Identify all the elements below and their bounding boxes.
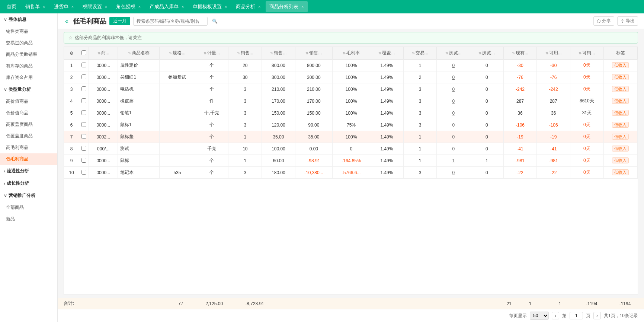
row-checkbox[interactable] bbox=[79, 71, 89, 83]
sidebar-item-stock-goods[interactable]: 有库存的商品 bbox=[0, 60, 57, 72]
nav-permissions[interactable]: 权限设置 × bbox=[79, 1, 111, 12]
search-icon[interactable]: 🔍 bbox=[212, 19, 218, 24]
nav-sales[interactable]: 销售单 × bbox=[22, 1, 49, 12]
sidebar-section-growth[interactable]: › 成长性分析 bbox=[0, 177, 57, 189]
close-icon[interactable]: × bbox=[225, 4, 227, 9]
search-input[interactable] bbox=[133, 17, 208, 26]
row-checkbox[interactable] bbox=[79, 60, 89, 71]
collapse-sidebar-button[interactable]: « bbox=[64, 18, 70, 25]
col-available[interactable]: ⇅可用... bbox=[537, 47, 570, 60]
table-row[interactable]: 7 0002... 鼠标垫 个 1 35.00 35.00 100% 1.49%… bbox=[64, 131, 638, 143]
col-coverage[interactable]: ⇅覆盖... bbox=[370, 47, 404, 60]
col-sellable-sort-icon[interactable]: ⇅ bbox=[579, 51, 581, 55]
col-coverage-sort-icon[interactable]: ⇅ bbox=[378, 51, 381, 55]
col-unit[interactable]: ⇅计量... bbox=[195, 47, 228, 60]
sidebar-item-stock-capital[interactable]: 库存资金占用 bbox=[0, 72, 57, 83]
col-name-sort-icon[interactable]: ⇅ bbox=[128, 51, 131, 55]
col-trade-sort-icon[interactable]: ⇅ bbox=[412, 51, 415, 55]
table-row[interactable]: 3 0000... 电话机 个 3 210.00 210.00 100% 1.4… bbox=[64, 83, 638, 95]
col-sales-price-sort-icon[interactable]: ⇅ bbox=[270, 51, 273, 55]
nav-analysis[interactable]: 商品分析 × bbox=[232, 1, 264, 12]
nav-products-in[interactable]: 产成品入库单 × bbox=[146, 1, 188, 12]
row-checkbox[interactable] bbox=[79, 107, 89, 119]
col-browse2-sort-icon[interactable]: ⇅ bbox=[478, 51, 481, 55]
col-code-sort-icon[interactable]: ⇅ bbox=[97, 51, 100, 55]
col-sales-price[interactable]: ⇅销售... bbox=[262, 47, 295, 60]
sidebar-section-marketing[interactable]: ∨ 营销推广分析 bbox=[0, 189, 57, 202]
sidebar-item-low-value[interactable]: 低价值商品 bbox=[0, 107, 57, 119]
col-settings[interactable]: ⚙ bbox=[64, 47, 79, 60]
row-browse1[interactable]: 0 bbox=[437, 71, 470, 83]
sidebar-section-type[interactable]: ∨ 类型量分析 bbox=[0, 83, 57, 96]
sidebar-item-category-rate[interactable]: 商品分类助销率 bbox=[0, 49, 57, 60]
close-icon[interactable]: × bbox=[71, 4, 74, 9]
close-icon[interactable]: × bbox=[138, 4, 141, 9]
sidebar-item-high-value[interactable]: 高价值商品 bbox=[0, 96, 57, 107]
col-available-sort-icon[interactable]: ⇅ bbox=[545, 51, 548, 55]
close-icon[interactable]: × bbox=[43, 4, 45, 9]
page-size-select[interactable]: 20 50 100 bbox=[530, 312, 549, 320]
row-browse1[interactable]: 0 bbox=[437, 60, 470, 71]
sidebar-section-overall[interactable]: ∨ 整体信息 bbox=[0, 13, 57, 26]
export-button[interactable]: ⇧ 导出 bbox=[617, 16, 638, 26]
table-row[interactable]: 1 0000... 属性定价 个 20 800.00 800.00 100% 1… bbox=[64, 60, 638, 71]
page-number-input[interactable] bbox=[570, 312, 583, 319]
row-checkbox[interactable] bbox=[79, 119, 89, 131]
prev-page-button[interactable]: ‹ bbox=[552, 312, 559, 319]
col-sales-qty-sort-icon[interactable]: ⇅ bbox=[237, 51, 240, 55]
col-trade[interactable]: ⇅交易... bbox=[403, 47, 437, 60]
sidebar-item-high-coverage[interactable]: 高覆盖度商品 bbox=[0, 119, 57, 130]
col-gross-rate-sort-icon[interactable]: ⇅ bbox=[343, 51, 346, 55]
sidebar-item-new-goods[interactable]: 新品 bbox=[0, 213, 57, 225]
close-icon[interactable]: × bbox=[105, 4, 107, 9]
table-row[interactable]: 5 0000... 铅笔1 个,千克 3 150.00 150.00 100% … bbox=[64, 107, 638, 119]
row-browse1[interactable]: 0 bbox=[437, 131, 470, 143]
row-checkbox[interactable] bbox=[79, 155, 89, 167]
row-browse1[interactable]: 1 bbox=[437, 155, 470, 167]
sidebar-item-high-margin[interactable]: 高毛利商品 bbox=[0, 142, 57, 153]
col-sales-qty[interactable]: ⇅销售... bbox=[228, 47, 262, 60]
col-spec-sort-icon[interactable]: ⇅ bbox=[169, 51, 172, 55]
row-checkbox[interactable] bbox=[79, 83, 89, 95]
col-tag[interactable]: 标签 bbox=[603, 47, 637, 60]
nav-home[interactable]: 首页 bbox=[3, 1, 20, 12]
table-row[interactable]: 10 0000... 笔记本 535 个 3 180.00 -10,380...… bbox=[64, 167, 638, 179]
row-browse1[interactable]: 0 bbox=[437, 95, 470, 107]
table-row[interactable]: 8 000/... 测试 千克 10 100.00 0.00 0 1.49% 1… bbox=[64, 143, 638, 155]
share-button[interactable]: ⬡ 分享 bbox=[593, 16, 614, 26]
sidebar-item-all-goods[interactable]: 全部商品 bbox=[0, 202, 57, 213]
row-browse1[interactable]: 0 bbox=[437, 167, 470, 179]
nav-roles[interactable]: 角色授权 × bbox=[112, 1, 144, 12]
col-browse2[interactable]: ⇅浏览... bbox=[470, 47, 504, 60]
close-icon[interactable]: × bbox=[258, 4, 260, 9]
table-row[interactable]: 4 0000... 橡皮擦 件 3 170.00 170.00 100% 1.4… bbox=[64, 95, 638, 107]
col-sales-profit-sort-icon[interactable]: ⇅ bbox=[305, 51, 308, 55]
col-sellable[interactable]: ⇅可销... bbox=[570, 47, 603, 60]
data-table-container[interactable]: ⚙ ⇅商... ⇅商品名称 ⇅规格... ⇅计量... ⇅销售... ⇅销售..… bbox=[64, 47, 638, 295]
col-current-sort-icon[interactable]: ⇅ bbox=[512, 51, 515, 55]
select-all-checkbox[interactable] bbox=[81, 50, 86, 55]
next-page-button[interactable]: › bbox=[593, 312, 601, 319]
col-sales-profit[interactable]: ⇅销售... bbox=[295, 47, 332, 60]
nav-template[interactable]: 单据模板设置 × bbox=[189, 1, 231, 12]
row-checkbox[interactable] bbox=[79, 95, 89, 107]
table-row[interactable]: 2 0000... 吴细细1 参加复试 个 30 300.00 300.00 1… bbox=[64, 71, 638, 83]
settings-icon[interactable]: ⚙ bbox=[70, 51, 74, 56]
col-code[interactable]: ⇅商... bbox=[89, 47, 118, 60]
nav-analysis-list[interactable]: 商品分析列表 × bbox=[266, 1, 307, 12]
nav-purchase[interactable]: 进货单 × bbox=[50, 1, 77, 12]
row-browse1[interactable]: 0 bbox=[437, 107, 470, 119]
row-browse1[interactable]: 0 bbox=[437, 119, 470, 131]
row-checkbox[interactable] bbox=[79, 143, 89, 155]
col-select-all[interactable] bbox=[79, 47, 89, 60]
col-gross-rate[interactable]: ⇅毛利率 bbox=[332, 47, 370, 60]
col-browse1-sort-icon[interactable]: ⇅ bbox=[445, 51, 448, 55]
table-row[interactable]: 6 0000... 鼠标1 个 3 120.00 90.00 75% 1.49%… bbox=[64, 119, 638, 131]
col-unit-sort-icon[interactable]: ⇅ bbox=[204, 51, 206, 55]
row-browse1[interactable]: 0 bbox=[437, 83, 470, 95]
sidebar-item-traded-goods[interactable]: 交易过的商品 bbox=[0, 37, 57, 49]
row-checkbox[interactable] bbox=[79, 131, 89, 143]
col-name[interactable]: ⇅商品名称 bbox=[118, 47, 160, 60]
close-icon[interactable]: × bbox=[182, 4, 184, 9]
col-browse1[interactable]: ⇅浏览... bbox=[437, 47, 470, 60]
